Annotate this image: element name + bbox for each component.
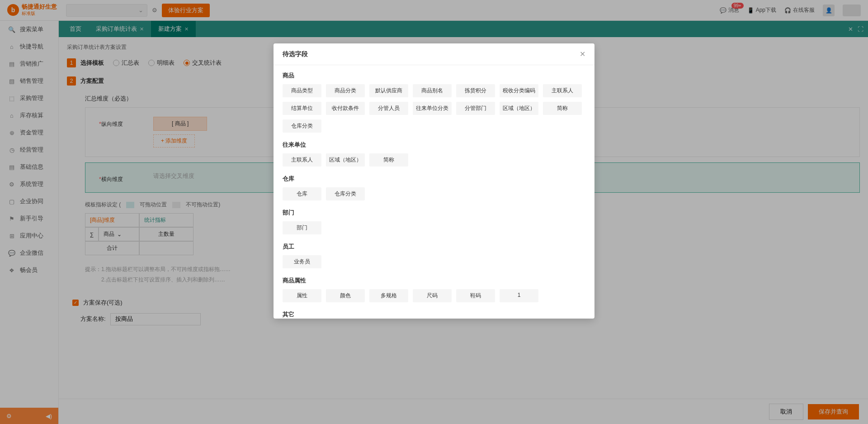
field-chip[interactable]: 区域（地区） (500, 102, 538, 115)
field-chip[interactable]: 仓库分类 (283, 119, 321, 133)
field-group: 往来单位主联系人区域（地区）简称 (283, 141, 585, 167)
field-chip[interactable]: 业务员 (283, 255, 321, 268)
field-chip[interactable]: 税收分类编码 (500, 84, 538, 97)
field-chip[interactable]: 收付款条件 (326, 102, 365, 115)
field-group-title: 员工 (283, 243, 585, 251)
field-chip[interactable]: 拣货积分 (456, 84, 495, 97)
field-group: 商品商品类型商品分类默认供应商商品别名拣货积分税收分类编码主联系人结算单位收付款… (283, 71, 585, 133)
field-chip[interactable]: 区域（地区） (326, 153, 365, 167)
field-chip[interactable]: 简称 (369, 153, 408, 167)
field-group-title: 仓库 (283, 175, 585, 183)
field-group-title: 部门 (283, 209, 585, 217)
field-chip[interactable]: 结算单位 (283, 102, 321, 115)
field-chip[interactable]: 属性 (283, 289, 321, 302)
field-chip[interactable]: 鞋码 (456, 289, 495, 302)
field-group: 其它单据日期项目 (283, 310, 585, 319)
field-chip[interactable]: 商品类型 (283, 84, 321, 97)
field-chip[interactable]: 主联系人 (543, 84, 582, 97)
field-group: 商品属性属性颜色多规格尺码鞋码1 (283, 276, 585, 302)
field-group: 员工业务员 (283, 243, 585, 268)
close-icon[interactable]: ✕ (580, 50, 585, 58)
field-chip[interactable]: 商品分类 (326, 84, 365, 97)
field-chip[interactable]: 简称 (543, 102, 582, 115)
field-group-title: 其它 (283, 310, 585, 319)
field-chip[interactable]: 分管人员 (369, 102, 408, 115)
field-chip[interactable]: 部门 (283, 221, 321, 234)
field-chip[interactable]: 仓库 (283, 187, 321, 200)
field-chip[interactable]: 仓库分类 (326, 187, 365, 200)
field-group-title: 商品 (283, 71, 585, 80)
field-chip[interactable]: 1 (500, 289, 538, 302)
field-chip[interactable]: 商品别名 (413, 84, 452, 97)
field-chip[interactable]: 多规格 (369, 289, 408, 302)
field-chip[interactable]: 尺码 (413, 289, 452, 302)
field-chip[interactable]: 默认供应商 (369, 84, 408, 97)
field-group-title: 商品属性 (283, 276, 585, 285)
field-group-title: 往来单位 (283, 141, 585, 149)
field-chip[interactable]: 颜色 (326, 289, 365, 302)
field-chip[interactable]: 主联系人 (283, 153, 321, 167)
field-group: 部门部门 (283, 209, 585, 234)
field-group: 仓库仓库仓库分类 (283, 175, 585, 200)
field-chip[interactable]: 往来单位分类 (413, 102, 452, 115)
field-chip[interactable]: 分管部门 (456, 102, 495, 115)
field-select-modal: 待选字段 ✕ 商品商品类型商品分类默认供应商商品别名拣货积分税收分类编码主联系人… (274, 43, 594, 319)
modal-title: 待选字段 (283, 50, 308, 58)
